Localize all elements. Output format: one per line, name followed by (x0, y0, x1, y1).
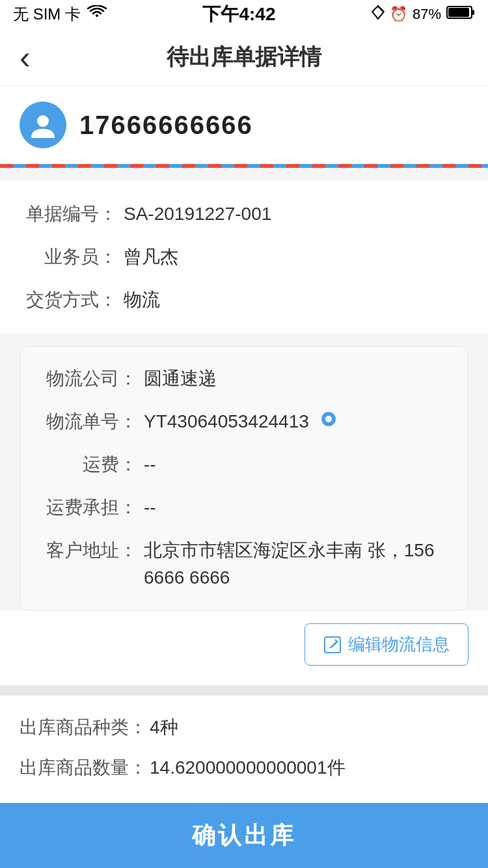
goods-quantity-value: 14.620000000000001件 (150, 755, 346, 780)
location-icon (372, 5, 385, 23)
edit-logistics-label: 编辑物流信息 (348, 633, 450, 656)
salesman-value: 曾凡杰 (124, 243, 468, 271)
logistics-card: 物流公司： 圆通速递 物流单号： YT43064053424413 运费： --… (20, 346, 468, 610)
nav-bar: ‹ 待出库单据详情 (0, 29, 488, 86)
status-bar: 无 SIM 卡 下午4:42 ⏰ 87% (0, 0, 488, 29)
user-phone: 17666666666 (79, 111, 253, 140)
address-label: 客户地址： (40, 537, 137, 564)
freight-value: -- (144, 451, 448, 478)
svg-point-3 (37, 115, 49, 127)
delivery-value: 物流 (124, 286, 468, 314)
battery-text: 87% (413, 6, 441, 23)
freight-bearer-row: 运费承担： -- (40, 494, 448, 521)
back-button[interactable]: ‹ (20, 41, 31, 74)
salesman-label: 业务员： (20, 243, 117, 271)
confirm-bar[interactable]: 确认出库 (0, 803, 488, 868)
avatar (20, 102, 66, 148)
delivery-row: 交货方式： 物流 (20, 286, 468, 314)
stripe-divider (0, 164, 488, 168)
goods-section: 出库商品种类： 4种 出库商品数量： 14.620000000000001件 (0, 696, 488, 809)
goods-quantity-row: 出库商品数量： 14.620000000000001件 (20, 755, 468, 780)
svg-point-6 (325, 416, 332, 422)
order-info-section: 单据编号： SA-20191227-001 业务员： 曾凡杰 交货方式： 物流 (0, 181, 488, 333)
carrier-text: 无 SIM 卡 (13, 4, 81, 25)
logistics-tracking-row: 物流单号： YT43064053424413 (40, 408, 448, 435)
logistics-company-row: 物流公司： 圆通速递 (40, 365, 448, 392)
battery-icon (446, 5, 475, 23)
confirm-button-label: 确认出库 (192, 820, 296, 852)
delivery-label: 交货方式： (20, 286, 117, 314)
logistics-company-value: 圆通速递 (144, 365, 448, 392)
goods-type-row: 出库商品种类： 4种 (20, 715, 468, 740)
status-right: ⏰ 87% (372, 5, 475, 23)
order-no-label: 单据编号： (20, 200, 117, 228)
logistics-tracking-value: YT43064053424413 (144, 408, 448, 435)
freight-label: 运费： (40, 451, 137, 478)
svg-rect-1 (448, 8, 469, 17)
logistics-company-label: 物流公司： (40, 365, 137, 392)
address-row: 客户地址： 北京市市辖区海淀区永丰南 张，156 6666 6666 (40, 537, 448, 591)
order-no-row: 单据编号： SA-20191227-001 (20, 200, 468, 228)
goods-type-value: 4种 (150, 715, 178, 740)
address-value: 北京市市辖区海淀区永丰南 张，156 6666 6666 (144, 537, 448, 591)
order-no-value: SA-20191227-001 (124, 200, 468, 228)
page-title: 待出库单据详情 (167, 42, 321, 72)
user-header: 17666666666 (0, 86, 488, 164)
logistics-tracking-label: 物流单号： (40, 408, 137, 435)
freight-bearer-label: 运费承担： (40, 494, 137, 521)
goods-quantity-label: 出库商品数量： (20, 755, 150, 780)
edit-logistics-button[interactable]: 编辑物流信息 (305, 623, 468, 666)
status-left: 无 SIM 卡 (13, 4, 107, 25)
edit-logistics-section: 编辑物流信息 (0, 610, 488, 685)
freight-row: 运费： -- (40, 451, 448, 478)
section-separator (0, 685, 488, 696)
salesman-row: 业务员： 曾凡杰 (20, 243, 468, 271)
svg-rect-2 (472, 10, 474, 15)
time-display: 下午4:42 (202, 2, 275, 27)
wifi-icon (87, 5, 107, 23)
location-pin-icon (317, 410, 340, 433)
goods-type-label: 出库商品种类： (20, 715, 150, 740)
freight-bearer-value: -- (144, 494, 448, 521)
edit-icon (323, 636, 342, 654)
alarm-icon: ⏰ (390, 6, 407, 23)
